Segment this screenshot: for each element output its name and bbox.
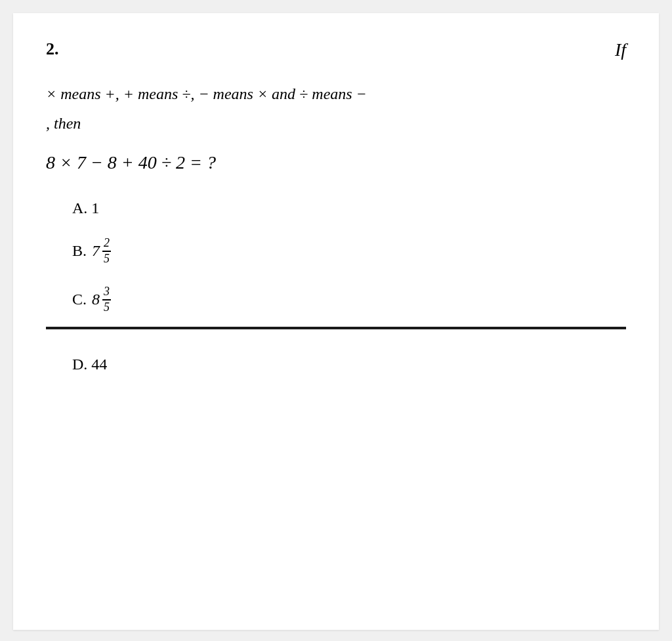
option-d[interactable]: D. 44 — [46, 342, 626, 373]
option-b-value: 7 2 5 — [92, 237, 111, 266]
option-c-fraction: 3 5 — [102, 285, 111, 314]
equation-line: 8 × 7 − 8 + 40 ÷ 2 = ? — [46, 152, 626, 173]
then-line: , then — [46, 115, 626, 133]
option-a[interactable]: A. 1 — [72, 199, 626, 217]
option-c-value: 8 3 5 — [92, 285, 111, 314]
question-page: 2. If × means +, + means ÷, − means × an… — [13, 13, 659, 630]
section-divider — [46, 327, 626, 329]
options-container: A. 1 B. 7 2 5 C. 8 3 5 — [46, 199, 626, 314]
option-d-label: D. 44 — [72, 356, 107, 373]
option-a-label: A. 1 — [72, 199, 99, 217]
option-b-numerator: 2 — [102, 237, 111, 252]
option-c-label: C. — [72, 291, 87, 308]
option-b-fraction: 2 5 — [102, 237, 111, 266]
option-c-denominator: 5 — [102, 300, 111, 314]
option-b-label: B. — [72, 242, 87, 260]
option-c[interactable]: C. 8 3 5 — [72, 285, 626, 314]
question-number: 2. — [46, 39, 59, 59]
option-c-whole: 8 — [92, 291, 100, 308]
question-header: 2. If — [46, 39, 626, 60]
condition-line: × means +, + means ÷, − means × and ÷ me… — [46, 80, 626, 108]
option-b-whole: 7 — [92, 242, 100, 260]
option-b-denominator: 5 — [102, 252, 111, 266]
option-b[interactable]: B. 7 2 5 — [72, 237, 626, 266]
option-c-numerator: 3 — [102, 285, 111, 300]
if-label: If — [615, 39, 626, 60]
